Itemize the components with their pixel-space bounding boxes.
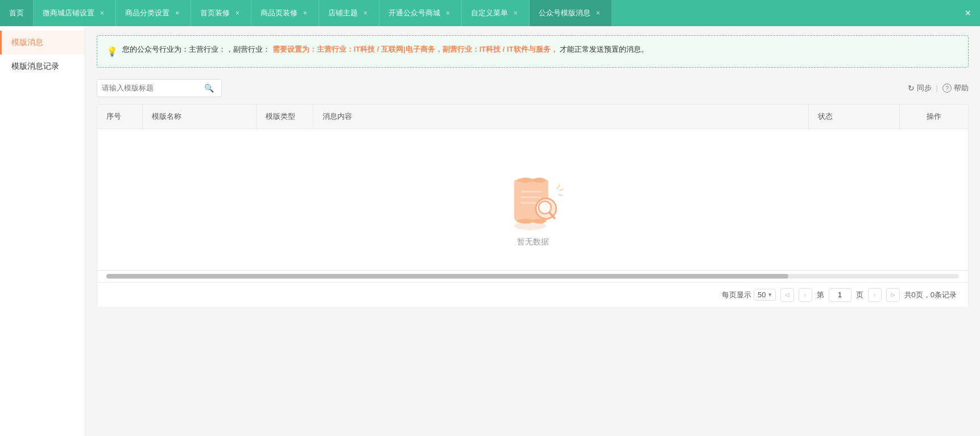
search-input[interactable]	[102, 84, 204, 92]
top-nav: 首页 微商城店铺设置 × 商品分类设置 × 首页装修 × 商品页装修 × 店铺主…	[0, 0, 980, 26]
nav-tab-home-label: 首页	[9, 8, 24, 18]
page-last-button[interactable]: ⊳	[886, 288, 900, 302]
main-layout: 模版消息 模版消息记录 💡 您的公众号行业为：主营行业：，副营行业： 需要设置为…	[0, 26, 980, 436]
notice-prefix: 您的公众号行业为：主营行业：，副营行业：	[122, 45, 270, 53]
search-bar: 🔍 ↻ 同步 | ? 帮助	[97, 79, 969, 97]
scroll-bar-area	[97, 270, 968, 282]
search-input-wrap[interactable]: 🔍	[97, 79, 222, 97]
svg-line-8	[560, 189, 563, 190]
sync-label: 同步	[917, 83, 932, 93]
th-index-label: 序号	[106, 112, 121, 121]
per-page-value: 50	[758, 290, 766, 299]
nav-tab-wechat-shop-label: 微商城店铺设置	[43, 8, 94, 18]
help-label: 帮助	[954, 83, 969, 93]
nav-tab-template-msg[interactable]: 公众号模版消息 ×	[530, 0, 612, 26]
close-all-icon: ×	[965, 7, 971, 19]
page-first-button[interactable]: ⊲	[780, 288, 794, 302]
sidebar: 模版消息 模版消息记录	[0, 26, 85, 436]
nav-tab-product-category-label: 商品分类设置	[125, 8, 169, 18]
help-button[interactable]: ? 帮助	[942, 83, 969, 93]
nav-tab-open-mall[interactable]: 开通公众号商城 ×	[379, 0, 462, 26]
per-page-label: 每页显示	[722, 290, 751, 300]
page-label-post: 页	[856, 290, 863, 300]
search-right: ↻ 同步 | ? 帮助	[908, 83, 969, 93]
nav-tab-product-decor-label: 商品页装修	[260, 8, 297, 18]
nav-tab-home-decor-label: 首页装修	[200, 8, 230, 18]
nav-tab-template-msg-label: 公众号模版消息	[539, 8, 590, 18]
nav-tab-open-mall-label: 开通公众号商城	[388, 8, 440, 18]
page-next-button[interactable]: ›	[868, 288, 882, 302]
nav-tab-home-decor[interactable]: 首页装修 ×	[191, 0, 251, 26]
help-icon: ?	[942, 84, 952, 93]
nav-tab-shop-theme[interactable]: 店铺主题 ×	[319, 0, 379, 26]
nav-tab-product-decor[interactable]: 商品页装修 ×	[251, 0, 319, 26]
per-page-dropdown-icon: ▾	[768, 291, 772, 298]
nav-tab-custom-menu-label: 自定义菜单	[471, 8, 508, 18]
notice-icon: 💡	[106, 44, 118, 59]
data-table: 序号 模版名称 模版类型 消息内容 状态 操作	[97, 104, 969, 308]
page-input[interactable]	[829, 288, 851, 302]
search-left: 🔍	[97, 79, 222, 97]
pagination: 每页显示 50 ▾ ⊲ ‹ 第 页 › ⊳ 共0页，0条记录	[97, 282, 968, 308]
divider: |	[936, 84, 938, 92]
nav-tab-product-category-close[interactable]: ×	[173, 8, 181, 18]
nav-tab-template-msg-close[interactable]: ×	[594, 8, 602, 18]
th-action-label: 操作	[927, 112, 941, 121]
content-area: 💡 您的公众号行业为：主营行业：，副营行业： 需要设置为：主营行业：IT科技 /…	[85, 26, 980, 436]
scroll-track[interactable]	[106, 274, 959, 279]
empty-illustration	[496, 163, 570, 237]
scroll-thumb[interactable]	[106, 274, 788, 279]
th-action: 操作	[900, 105, 968, 128]
table-header: 序号 模版名称 模版类型 消息内容 状态 操作	[97, 105, 968, 129]
th-name-label: 模版名称	[152, 112, 181, 121]
nav-tab-custom-menu-close[interactable]: ×	[511, 8, 520, 18]
nav-tab-shop-theme-label: 店铺主题	[328, 8, 358, 18]
notice-box: 💡 您的公众号行业为：主营行业：，副营行业： 需要设置为：主营行业：IT科技 /…	[97, 35, 969, 68]
search-icon[interactable]: 🔍	[204, 84, 214, 93]
th-type-label: 模版类型	[266, 112, 295, 121]
th-status: 状态	[809, 105, 900, 128]
sidebar-item-template-msg-label: 模版消息	[11, 38, 43, 47]
per-page-wrap: 每页显示 50 ▾	[722, 289, 775, 301]
empty-text: 暂无数据	[517, 237, 549, 247]
page-label-pre: 第	[817, 290, 824, 300]
nav-tab-wechat-shop-close[interactable]: ×	[98, 8, 106, 18]
sidebar-item-template-msg-log[interactable]: 模版消息记录	[0, 55, 85, 78]
pagination-total: 共0页，0条记录	[904, 290, 957, 300]
sync-icon: ↻	[908, 84, 915, 93]
notice-suffix: 才能正常发送预置的消息。	[560, 45, 648, 53]
th-content: 消息内容	[313, 105, 809, 128]
nav-tab-wechat-shop[interactable]: 微商城店铺设置 ×	[34, 0, 116, 26]
notice-required: 需要设置为：主营行业：IT科技 / 互联网|电子商务，副营行业：IT科技 / I…	[272, 45, 558, 53]
nav-tab-shop-theme-close[interactable]: ×	[361, 8, 370, 18]
th-type: 模版类型	[257, 105, 313, 128]
nav-tab-open-mall-close[interactable]: ×	[444, 8, 452, 18]
th-index: 序号	[97, 105, 143, 128]
th-name: 模版名称	[143, 105, 257, 128]
th-status-label: 状态	[818, 112, 833, 121]
nav-tab-product-decor-close[interactable]: ×	[301, 8, 309, 18]
nav-tab-custom-menu[interactable]: 自定义菜单 ×	[462, 0, 530, 26]
svg-line-7	[557, 185, 560, 189]
svg-line-9	[559, 194, 562, 196]
th-content-label: 消息内容	[322, 112, 352, 121]
nav-tab-home[interactable]: 首页	[0, 0, 34, 26]
per-page-select[interactable]: 50 ▾	[754, 289, 775, 301]
notice-text: 您的公众号行业为：主营行业：，副营行业： 需要设置为：主营行业：IT科技 / 互…	[122, 44, 959, 56]
sidebar-item-template-msg[interactable]: 模版消息	[0, 31, 85, 55]
empty-state: 暂无数据	[97, 129, 968, 270]
nav-tab-product-category[interactable]: 商品分类设置 ×	[116, 0, 191, 26]
sync-button[interactable]: ↻ 同步	[908, 83, 932, 93]
page-prev-button[interactable]: ‹	[799, 288, 812, 302]
nav-tab-home-decor-close[interactable]: ×	[233, 8, 242, 18]
nav-close-all-button[interactable]: ×	[956, 0, 980, 26]
sidebar-item-template-msg-log-label: 模版消息记录	[11, 61, 59, 70]
